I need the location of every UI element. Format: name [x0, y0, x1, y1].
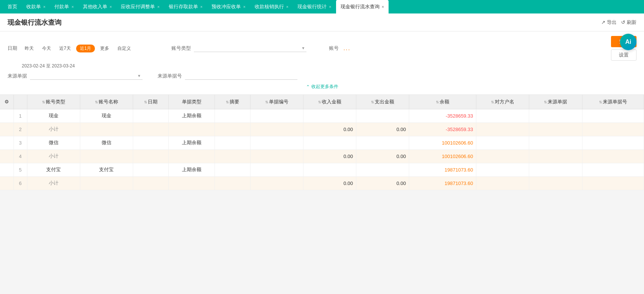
row-doc-type: 上期余额 [168, 163, 215, 176]
row-index: 4 [14, 149, 27, 163]
row-balance: 19871073.60 [409, 163, 476, 176]
close-icon[interactable]: × [329, 4, 331, 9]
date-label: 日期 [8, 45, 19, 52]
column-header-income[interactable]: ⇅收入金额 [303, 95, 356, 109]
column-header-date[interactable]: ⇅日期 [133, 95, 168, 109]
row-balance: -3528659.33 [409, 109, 476, 122]
row-account-type: 支付宝 [27, 163, 80, 176]
close-icon[interactable]: × [286, 4, 288, 9]
row-gear [0, 136, 14, 149]
row-balance: -3528659.33 [409, 122, 476, 136]
row-expense [356, 136, 409, 149]
collapse-button[interactable]: ⌃ 收起更多条件 [306, 84, 338, 90]
row-source-doc-no [582, 109, 644, 122]
row-index: 3 [14, 136, 27, 149]
row-account-name [80, 176, 133, 190]
tab-label: 现金银行流水查询 [341, 3, 380, 10]
account-type-label: 账号类型 [171, 45, 191, 52]
row-summary [215, 176, 250, 190]
nav-tab[interactable]: 银行存取款单× [164, 0, 207, 13]
column-header-index [14, 95, 27, 109]
filter-row-2: 来源单据 ▼ 来源单据号 [8, 72, 636, 80]
nav-tab[interactable]: 现金银行流水查询× [336, 0, 389, 13]
settings-button[interactable]: 设置 [611, 49, 636, 61]
date-btn[interactable]: 近7天 [56, 45, 74, 52]
close-icon[interactable]: × [243, 4, 245, 9]
source-doc-select[interactable]: ▼ [30, 72, 143, 80]
page-header: 现金银行流水查询 ↗ 导出 ↺ 刷新 [0, 13, 644, 31]
nav-tab[interactable]: 收款单× [22, 0, 50, 13]
date-btn[interactable]: 更多 [97, 45, 112, 52]
source-doc-no-input[interactable] [185, 72, 297, 80]
refresh-label: 刷新 [627, 19, 636, 26]
row-summary [215, 109, 250, 122]
row-doc-no [250, 122, 303, 136]
row-expense [356, 163, 409, 176]
close-icon[interactable]: × [157, 4, 159, 9]
nav-tab[interactable]: 付款单× [50, 0, 78, 13]
column-header-counterparty[interactable]: ⇅对方户名 [476, 95, 529, 109]
nav-tab[interactable]: 其他收入单× [78, 0, 116, 13]
nav-tab[interactable]: 收款核销执行× [250, 0, 293, 13]
sort-icon: ⇅ [226, 100, 229, 104]
close-icon[interactable]: × [200, 4, 203, 9]
row-doc-no [250, 163, 303, 176]
close-icon[interactable]: × [110, 4, 112, 9]
date-btn[interactable]: 今天 [39, 45, 54, 52]
page-title: 现金银行流水查询 [8, 18, 62, 27]
row-doc-no [250, 109, 303, 122]
close-icon[interactable]: × [71, 4, 74, 9]
table-row: 3微信微信上期余额100102606.60 [0, 136, 644, 149]
column-header-source_doc[interactable]: ⇅来源单据 [529, 95, 582, 109]
nav-tab[interactable]: 现金银行统计× [293, 0, 336, 13]
close-icon[interactable]: × [43, 4, 45, 9]
row-date [133, 163, 168, 176]
row-gear [0, 109, 14, 122]
column-header-balance[interactable]: ⇅余额 [409, 95, 476, 109]
row-counterparty [476, 176, 529, 190]
account-type-placeholder [195, 45, 300, 51]
row-doc-type [168, 122, 215, 136]
refresh-button[interactable]: ↺ 刷新 [621, 19, 636, 26]
sort-icon: ⇅ [42, 100, 45, 104]
table-row: 2小计0.000.00-3528659.33 [0, 122, 644, 136]
nav-tab[interactable]: 应收应付调整单× [116, 0, 164, 13]
column-header-gear: ⚙ [0, 95, 14, 109]
row-income: 0.00 [303, 149, 356, 163]
column-header-summary[interactable]: ⇅摘要 [215, 95, 250, 109]
row-income [303, 136, 356, 149]
row-source-doc [529, 149, 582, 163]
account-type-filter-group: 账号类型 ▼ [171, 45, 306, 52]
tab-label: 现金银行统计 [297, 3, 327, 10]
column-header-account_name[interactable]: ⇅账号名称 [80, 95, 133, 109]
row-summary [215, 163, 250, 176]
sort-icon: ⇅ [265, 100, 268, 104]
column-header-expense[interactable]: ⇅支出金额 [356, 95, 409, 109]
row-source-doc-no [582, 122, 644, 136]
account-type-select[interactable]: ▼ [194, 45, 306, 52]
column-header-doc_no[interactable]: ⇅单据编号 [250, 95, 303, 109]
column-header-account_type[interactable]: ⇅账号类型 [27, 95, 80, 109]
date-btn[interactable]: 自定义 [114, 45, 134, 52]
row-doc-type: 上期余额 [168, 109, 215, 122]
row-source-doc-no [582, 136, 644, 149]
date-btn[interactable]: 近1月 [76, 45, 95, 52]
table-row: 1现金现金上期余额-3528659.33 [0, 109, 644, 122]
date-btn[interactable]: 昨天 [22, 45, 37, 52]
column-header-source_doc_no[interactable]: ⇅来源单据号 [582, 95, 644, 109]
nav-tab[interactable]: 预收冲应收单× [207, 0, 250, 13]
row-account-type: 现金 [27, 109, 80, 122]
row-gear [0, 122, 14, 136]
account-filter-group: 账号 ... [329, 45, 350, 52]
nav-home[interactable]: 首页 [3, 3, 22, 10]
source-doc-no-filter-group: 来源单据号 [158, 72, 297, 80]
table-container: ⚙⇅账号类型⇅账号名称⇅日期单据类型⇅摘要⇅单据编号⇅收入金额⇅支出金额⇅余额⇅… [0, 95, 644, 190]
row-gear [0, 176, 14, 190]
close-icon[interactable]: × [382, 4, 384, 9]
ai-assistant-button[interactable]: Ai [620, 34, 636, 50]
top-nav: 首页 收款单×付款单×其他收入单×应收应付调整单×银行存取款单×预收冲应收单×收… [0, 0, 644, 13]
gear-icon[interactable]: ⚙ [5, 99, 9, 104]
export-button[interactable]: ↗ 导出 [601, 19, 617, 26]
account-dots-button[interactable]: ... [343, 45, 350, 52]
date-filter-group: 日期 昨天今天近7天近1月更多自定义 [8, 45, 134, 52]
